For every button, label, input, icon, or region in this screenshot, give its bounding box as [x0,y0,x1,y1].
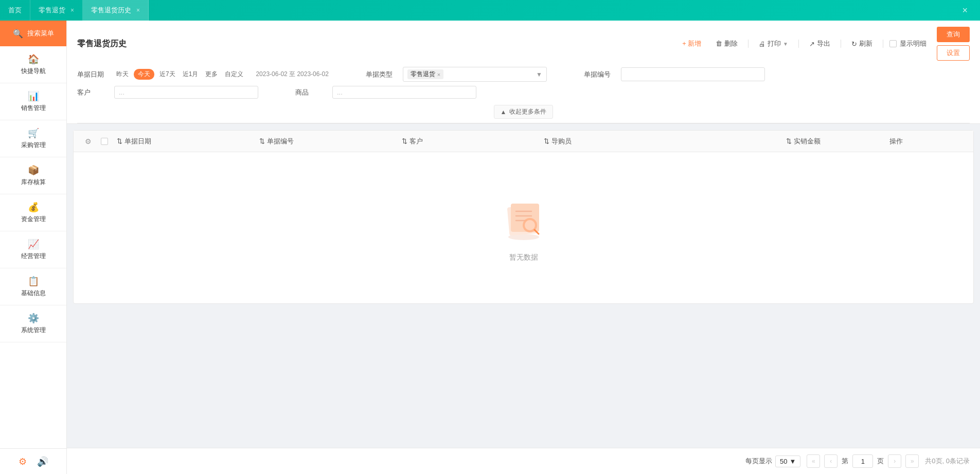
th-date-sort-icon: ⇅ [117,137,122,145]
audio-icon[interactable]: 🔊 [37,456,48,467]
date-opt-last1m[interactable]: 近1月 [181,69,201,80]
collapse-button[interactable]: ▲ 收起更多条件 [494,105,554,119]
sidebar-item-quick-nav-label: 快捷导航 [21,67,46,76]
tab-retail-return-close[interactable]: × [70,7,74,14]
th-customer-label: 客户 [409,137,423,146]
customer-placeholder: ... [119,88,124,96]
sidebar-item-sales[interactable]: 📊 销售管理 [0,83,66,120]
page-label: 第 [842,457,848,466]
date-opt-today[interactable]: 今天 [134,69,154,80]
tab-home[interactable]: 首页 [0,0,30,21]
sales-icon: 📊 [28,90,39,102]
sidebar-nav: 🏠 快捷导航 📊 销售管理 🛒 采购管理 📦 库存核算 💰 资金管理 📈 [0,46,66,448]
page-title-row: 零售退货历史 + 新增 🗑 删除 🖨 🖨 打印 打印 ▼ ↗ 导出 [77,27,970,61]
export-button[interactable]: ↗ 导出 [805,37,834,50]
empty-icon [498,193,549,245]
refresh-button[interactable]: ↻ 刷新 [847,37,877,50]
th-date[interactable]: ⇅ 单据日期 [113,137,255,146]
doc-type-select[interactable]: 零售退货 × ▼ [403,67,547,82]
page-title: 零售退货历史 [77,39,127,49]
add-button[interactable]: + 新增 [678,37,705,50]
content-area: 零售退货历史 + 新增 🗑 删除 🖨 🖨 打印 打印 ▼ ↗ 导出 [67,21,980,474]
date-opt-more[interactable]: 更多 [203,69,220,80]
tab-list: 首页 零售退货 × 零售退货历史 × [0,0,958,21]
settings-bottom-icon[interactable]: ⚙ [19,456,27,467]
print-button[interactable]: 🖨 🖨 打印 打印 ▼ [755,37,792,50]
refresh-icon: ↻ [851,40,857,48]
filter-row-2: 客户 ... 商品 ... [77,86,970,99]
customer-select[interactable]: ... [114,86,258,99]
sidebar-item-finance[interactable]: 💰 资金管理 [0,194,66,231]
tab-home-label: 首页 [8,6,22,15]
sidebar-item-basic-info[interactable]: 📋 基础信息 [0,268,66,305]
sidebar-item-inventory[interactable]: 📦 库存核算 [0,157,66,194]
sidebar-item-system[interactable]: ⚙️ 系统管理 [0,305,66,342]
th-settings[interactable]: ⚙ [80,137,96,145]
th-guide[interactable]: ⇅ 导购员 [540,137,682,146]
settings-button[interactable]: 设置 [937,45,970,61]
total-info: 共0页, 0条记录 [925,457,970,466]
first-page-button[interactable]: « [807,454,820,468]
page-number-input[interactable] [852,454,873,468]
sidebar-search-button[interactable]: 🔍 搜索菜单 [0,21,66,46]
doc-type-tag-close[interactable]: × [437,71,440,78]
date-filter-label: 单据日期 [77,70,106,79]
tab-retail-return-label: 零售退货 [39,6,65,15]
select-all-checkbox[interactable] [101,138,108,145]
display-detail-toggle[interactable]: 显示明细 [889,39,926,48]
tab-retail-return-history-label: 零售退货历史 [91,6,131,15]
doc-type-tag: 零售退货 × [407,69,443,79]
page-size-value: 50 [780,458,787,465]
sidebar-item-operation[interactable]: 📈 经营管理 [0,231,66,268]
collapse-row: ▲ 收起更多条件 [77,103,970,119]
th-doc-no[interactable]: ⇅ 单据编号 [255,137,398,146]
empty-text: 暂无数据 [509,253,538,262]
window-close-button[interactable]: × [958,3,972,18]
date-opt-custom[interactable]: 自定义 [223,69,245,80]
sidebar-item-inventory-label: 库存核算 [21,178,46,187]
date-range-display: 2023-06-02 至 2023-06-02 [256,70,328,79]
delete-button[interactable]: 🗑 删除 [711,37,742,50]
tab-retail-return-history-close[interactable]: × [136,7,140,14]
th-customer-sort-icon: ⇅ [402,137,407,145]
date-opt-last7[interactable]: 近7天 [157,69,177,80]
search-icon: 🔍 [13,29,23,39]
page-size-dropdown[interactable]: 50 ▼ [775,455,800,467]
sidebar-item-quick-nav[interactable]: 🏠 快捷导航 [0,46,66,83]
goods-select[interactable]: ... [332,86,476,99]
goods-label: 商品 [295,88,324,97]
collapse-label: 收起更多条件 [509,107,546,116]
sidebar-item-basic-info-label: 基础信息 [21,289,46,298]
th-customer[interactable]: ⇅ 客户 [398,137,540,146]
main-layout: 🔍 搜索菜单 🏠 快捷导航 📊 销售管理 🛒 采购管理 📦 库存核算 💰 [0,21,980,474]
table-header: ⚙ ⇅ 单据日期 ⇅ 单据编号 ⇅ 客户 [74,131,973,152]
prev-page-button[interactable]: ‹ [824,454,838,468]
th-date-label: 单据日期 [124,137,151,146]
th-amount[interactable]: ⇅ 实销金额 [682,137,825,146]
last-page-button[interactable]: » [905,454,919,468]
next-page-button[interactable]: › [888,454,901,468]
refresh-text: 刷新 [859,39,872,48]
th-doc-no-sort-icon: ⇅ [259,137,265,145]
filter-area: 单据日期 昨天 今天 近7天 近1月 更多 自定义 2023-06-02 至 2… [77,67,970,123]
page-size-arrow: ▼ [789,458,796,465]
sidebar-item-purchase[interactable]: 🛒 采购管理 [0,120,66,157]
purchase-icon: 🛒 [28,127,39,139]
sidebar-search-label: 搜索菜单 [27,29,54,38]
customer-label: 客户 [77,88,106,97]
home-icon: 🏠 [28,53,39,65]
page-actions: + 新增 🗑 删除 🖨 🖨 打印 打印 ▼ ↗ 导出 [678,27,970,61]
doc-no-label: 单据编号 [584,70,613,79]
display-label: 显示明细 [900,39,926,48]
operation-icon: 📈 [28,239,39,250]
display-checkbox[interactable] [889,40,897,47]
th-amount-sort-icon: ⇅ [786,137,792,145]
date-opt-yesterday[interactable]: 昨天 [114,69,131,80]
doc-no-input[interactable] [621,67,765,81]
divider-1 [748,40,749,48]
divider-3 [841,40,841,48]
tab-retail-return-history[interactable]: 零售退货历史 × [83,0,149,21]
th-checkbox[interactable] [96,138,113,145]
query-button[interactable]: 查询 [937,27,970,42]
tab-retail-return[interactable]: 零售退货 × [30,0,83,21]
